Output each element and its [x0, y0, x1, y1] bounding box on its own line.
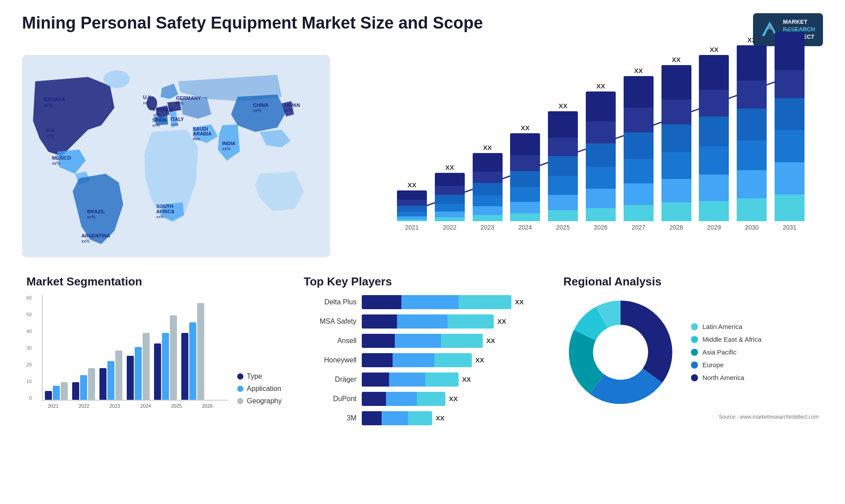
player-msa-safety: MSA Safety XX — [304, 314, 541, 329]
player-3m: 3M XX — [304, 411, 541, 425]
seg-bar-2023 — [99, 351, 122, 400]
svg-text:xx%: xx% — [176, 101, 184, 106]
world-map: CANADA xx% U.S. xx% MEXICO xx% BRAZIL xx… — [22, 55, 330, 257]
svg-text:SPAIN: SPAIN — [152, 117, 167, 123]
svg-text:SOUTH: SOUTH — [156, 204, 173, 209]
bar-group-2026: XX 2026 — [585, 82, 617, 231]
svg-text:U.K.: U.K. — [143, 95, 153, 100]
map-container: CANADA xx% U.S. xx% MEXICO xx% BRAZIL xx… — [22, 55, 330, 257]
legend-asia-pacific: Asia Pacific — [691, 348, 761, 356]
seg-bar-2025 — [154, 315, 177, 400]
svg-text:xx%: xx% — [284, 108, 292, 113]
svg-text:xx%: xx% — [81, 239, 90, 244]
svg-text:xx%: xx% — [193, 137, 200, 141]
legend-europe: Europe — [691, 361, 761, 369]
svg-text:xx%: xx% — [152, 123, 160, 128]
regional-title: Regional Analysis — [563, 275, 819, 289]
svg-text:ARABIA: ARABIA — [193, 131, 212, 136]
seg-chart-area: 60 50 40 30 20 10 0 — [26, 295, 282, 418]
svg-text:xx%: xx% — [156, 215, 164, 219]
legend-type: Type — [237, 373, 282, 380]
bottom-section: Market Segmentation 60 50 40 30 20 10 0 — [22, 270, 823, 430]
player-drager: Dräger XX — [304, 373, 541, 387]
svg-text:ITALY: ITALY — [171, 117, 184, 122]
svg-point-45 — [594, 326, 647, 379]
legend-latin-america: Latin America — [691, 323, 761, 330]
market-segmentation: Market Segmentation 60 50 40 30 20 10 0 — [22, 270, 286, 430]
seg-bar-2021 — [45, 382, 68, 400]
svg-text:INDIA: INDIA — [222, 141, 235, 146]
svg-point-4 — [103, 70, 130, 88]
players-list: Delta Plus XX MSA Safety — [304, 295, 541, 425]
legend-geography: Geography — [237, 397, 282, 405]
svg-text:xx%: xx% — [44, 103, 52, 108]
svg-text:xx%: xx% — [253, 108, 261, 113]
svg-text:MEXICO: MEXICO — [52, 155, 71, 161]
svg-text:FRANCE: FRANCE — [153, 107, 173, 112]
source-text: Source : www.marketresearchintellect.com — [563, 414, 819, 420]
bar-group-2029: XX 2029 — [698, 46, 730, 231]
svg-text:JAPAN: JAPAN — [284, 102, 300, 108]
page-container: Mining Personal Safety Equipment Market … — [0, 0, 845, 504]
svg-text:xx%: xx% — [222, 146, 231, 151]
bar-group-2024: XX 2024 — [509, 124, 541, 231]
bar-group-2028: XX 2028 — [661, 56, 692, 231]
player-delta-plus: Delta Plus XX — [304, 295, 541, 309]
regional-analysis: Regional Analysis — [559, 270, 823, 430]
legend-middle-east-africa: Middle East & Africa — [691, 336, 761, 343]
seg-bar-2024 — [127, 333, 150, 400]
svg-text:CHINA: CHINA — [253, 102, 268, 108]
svg-text:U.S.: U.S. — [46, 128, 55, 133]
bar-group-2023: XX 2023 — [472, 144, 503, 231]
bar-chart-container: XX 2021 XX — [348, 55, 823, 257]
seg-bar-2022 — [72, 368, 95, 400]
svg-text:xx%: xx% — [153, 113, 161, 117]
svg-text:xx%: xx% — [52, 161, 60, 166]
legend-north-america: North America — [691, 374, 761, 381]
seg-legend: Type Application Geography — [237, 373, 282, 418]
seg-bar-2026 — [181, 303, 204, 400]
header: Mining Personal Safety Equipment Market … — [22, 13, 823, 46]
top-section: CANADA xx% U.S. xx% MEXICO xx% BRAZIL xx… — [22, 55, 823, 257]
player-honeywell: Honeywell XX — [304, 353, 541, 367]
key-players-title: Top Key Players — [304, 275, 541, 289]
bar-group-2027: XX 2027 — [623, 67, 654, 231]
seg-bar-chart: 60 50 40 30 20 10 0 — [26, 295, 228, 418]
bar-group-2030: XX 2030 — [736, 36, 768, 231]
bar-group-2031: XX 2031 — [774, 23, 805, 231]
bar-group-2021: XX 2021 — [396, 181, 428, 231]
svg-text:xx%: xx% — [46, 134, 55, 139]
svg-text:GERMANY: GERMANY — [176, 95, 201, 101]
regional-legend: Latin America Middle East & Africa Asia … — [691, 323, 761, 381]
svg-text:BRAZIL: BRAZIL — [87, 209, 105, 214]
svg-text:AFRICA: AFRICA — [156, 209, 175, 214]
svg-text:CANADA: CANADA — [44, 97, 65, 102]
svg-text:ARGENTINA: ARGENTINA — [81, 233, 110, 238]
player-dupont: DuPont XX — [304, 392, 541, 406]
legend-application: Application — [237, 385, 282, 393]
svg-text:xx%: xx% — [171, 122, 178, 127]
bar-group-2022: XX 2022 — [434, 164, 466, 231]
donut-container: Latin America Middle East & Africa Asia … — [563, 295, 819, 409]
svg-text:xx%: xx% — [143, 101, 151, 105]
key-players: Top Key Players Delta Plus XX MSA Safet — [299, 270, 546, 430]
svg-text:xx%: xx% — [87, 215, 96, 219]
donut-chart-svg — [563, 295, 678, 409]
seg-bars-wrapper — [42, 295, 228, 401]
bar-group-2025: XX 2025 — [547, 102, 579, 231]
market-seg-title: Market Segmentation — [26, 275, 282, 289]
player-ansell: Ansell XX — [304, 334, 541, 348]
page-title: Mining Personal Safety Equipment Market … — [22, 13, 483, 33]
